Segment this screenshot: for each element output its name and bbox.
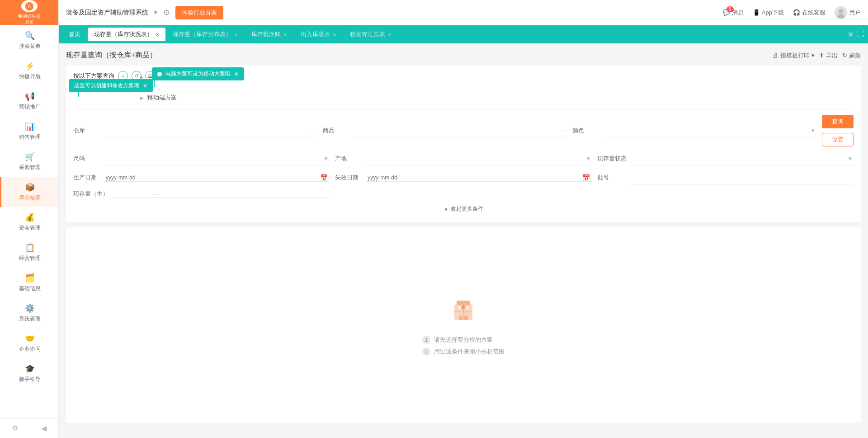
filter-separator (73, 109, 854, 109)
sidebar-item-marketing-label: 营销推广 (19, 103, 41, 111)
sidebar-item-inventory[interactable]: 📦 库存核算 (0, 177, 58, 207)
empty-hint-2-text: 用过滤条件来缩小分析范围 (434, 348, 505, 356)
goods-dots: ··· (560, 127, 565, 134)
logo-text: 畅通好生意 (18, 13, 41, 19)
search-button[interactable]: 查询 (822, 115, 854, 128)
origin-select[interactable]: ▾ (366, 152, 591, 165)
stock-qty-min-input[interactable] (114, 190, 150, 197)
tab-summary-close[interactable]: ✕ (388, 32, 392, 37)
sidebar-item-sales[interactable]: 📊 销售管理 (0, 116, 58, 146)
goods-select[interactable]: ··· (354, 124, 567, 137)
filter-row-3: 生产日期 📅 失效日期 📅 批号 (73, 171, 854, 184)
filter-row-4: 现存量（主） — (73, 190, 854, 198)
sidebar-item-guide[interactable]: 🎓 新手引导 (0, 358, 58, 389)
message-action[interactable]: 💬 9 消息 (723, 9, 744, 17)
filter-header: 按以下方案查询 + ↺ ← ▶ 电脑端方案 电脑方案可设为移动方案哦 (73, 71, 854, 81)
svg-point-3 (839, 9, 843, 14)
print-icon: 🖨 (773, 52, 778, 59)
tab-fullscreen-icon[interactable]: ⛶ (857, 30, 864, 39)
scheme-mobile-row: ▶ 移动端方案 这里可以创建和修改方案哦 ✕ (73, 92, 854, 104)
sidebar-item-sales-label: 销售管理 (19, 133, 41, 141)
tab-summary[interactable]: 收发存汇总表 ✕ (344, 28, 398, 41)
online-support-label: 在线客服 (802, 9, 826, 17)
online-support-action[interactable]: 🎧 在线客服 (793, 9, 826, 17)
sidebar-item-system[interactable]: ⚙️ 系统管理 (0, 298, 58, 328)
pc-tooltip-container: 电脑方案可设为移动方案哦 ✕ (152, 67, 244, 80)
page-actions: 🖨 按模板打印 ▾ ⬆ 导出 ↻ 刷新 (773, 52, 861, 60)
size-arrow: ▾ (325, 155, 328, 162)
prod-date-input-wrap: 📅 (104, 174, 330, 182)
sidebar-item-enterprise[interactable]: 🤝 企业协同 (0, 328, 58, 358)
settings-gear-icon[interactable]: ⚙ (163, 8, 170, 18)
size-select[interactable]: ▾ (104, 152, 330, 165)
size-label: 尺码 (73, 155, 100, 163)
hint-num-1: 1 (422, 336, 430, 344)
action-buttons: 查询 设置 (822, 115, 854, 146)
basic-icon: 🗂️ (25, 273, 35, 283)
tab-bar-actions: ✕ ⛶ (848, 30, 864, 39)
tab-inventory-dist[interactable]: 现存量（库存分布表） ✕ (166, 28, 244, 41)
sidebar-item-quicknav-label: 快捷导航 (19, 73, 41, 80)
create-tooltip-close[interactable]: ✕ (143, 83, 147, 89)
warehouse-select[interactable]: ··· (104, 124, 317, 137)
prod-date-calendar-icon[interactable]: 📅 (320, 174, 328, 181)
top-header: 装备及固定资产辅助管理系统 ▾ ⚙ 体验行业方案 💬 9 消息 📱 App下载 … (59, 0, 868, 25)
sidebar-item-guide-label: 新手引导 (19, 376, 41, 383)
refresh-button[interactable]: ↻ 刷新 (842, 52, 861, 60)
sidebar-item-purchase[interactable]: 🛒 采购管理 (0, 146, 58, 177)
tab-inventory-status-close[interactable]: ✕ (156, 32, 159, 37)
app-download-action[interactable]: 📱 App下载 (753, 9, 784, 17)
expire-date-input[interactable] (368, 174, 580, 181)
print-button[interactable]: 🖨 按模板打印 ▾ (773, 52, 815, 60)
tab-close-all-icon[interactable]: ✕ (848, 30, 854, 39)
filter-cell-prod-date: 生产日期 📅 (73, 174, 330, 182)
export-button[interactable]: ⬆ 导出 (819, 52, 838, 60)
tab-inventory-status[interactable]: 现存量（库存状况表） ✕ (88, 28, 165, 41)
filter-cell-goods: 商品 ··· (323, 124, 567, 137)
quicknav-icon: ⚡ (25, 61, 35, 71)
edition-label: 标版 (25, 19, 33, 25)
sidebar-item-search[interactable]: 🔍 搜索菜单 (0, 25, 58, 56)
tab-batch-account-close[interactable]: ✕ (283, 32, 287, 37)
sidebar-item-marketing[interactable]: 📢 营销推广 (0, 86, 58, 116)
tab-bar: 首页 现存量（库存状况表） ✕ 现存量（库存分布表） ✕ 库存批次账 ✕ 出入库… (59, 25, 868, 43)
reset-button[interactable]: 设置 (822, 133, 854, 146)
app-download-label: App下载 (762, 9, 784, 17)
sidebar-item-basic[interactable]: 🗂️ 基础信息 (0, 268, 58, 298)
batch-input[interactable] (628, 171, 854, 184)
empty-state: 1 请先选择要分析的方案 2 用过滤条件来缩小分析范围 (66, 254, 861, 396)
trial-button[interactable]: 体验行业方案 (175, 6, 223, 19)
tab-inout-flow[interactable]: 出入库流水 ✕ (294, 28, 343, 41)
logo-icon: 6 (21, 0, 38, 12)
user-action[interactable]: 用户 (835, 6, 861, 19)
settings-icon[interactable]: ⚙ (12, 424, 18, 433)
empty-hints-list: 1 请先选择要分析的方案 2 用过滤条件来缩小分析范围 (422, 336, 505, 359)
stock-qty-max-input[interactable] (160, 190, 196, 197)
print-label: 按模板打印 (780, 52, 810, 60)
sidebar-item-quicknav[interactable]: ⚡ 快捷导航 (0, 56, 58, 86)
stock-status-select[interactable]: ▾ (630, 152, 854, 165)
color-select[interactable]: ▾ (603, 124, 816, 137)
system-title: 装备及固定资产辅助管理系统 (66, 9, 148, 17)
collapse-sidebar-icon[interactable]: ◀ (41, 424, 47, 433)
sidebar-item-finance[interactable]: 💰 资金管理 (0, 207, 58, 237)
sidebar-item-operations[interactable]: 📋 经营管理 (0, 237, 58, 268)
tab-home[interactable]: 首页 (62, 28, 87, 41)
tab-batch-account[interactable]: 库存批次账 ✕ (245, 28, 293, 41)
sidebar-nav: 🔍 搜索菜单 ⚡ 快捷导航 📢 营销推广 📊 销售管理 🛒 采购管理 📦 库存核… (0, 25, 58, 418)
filter-cell-expire-date: 失效日期 📅 (335, 174, 591, 182)
collapse-filter-button[interactable]: ∧ 收起更多条件 (73, 202, 854, 217)
prod-date-start-input[interactable] (106, 174, 318, 181)
inventory-icon: 📦 (25, 182, 35, 192)
pc-tooltip-close[interactable]: ✕ (234, 71, 239, 77)
filter-row-1: 仓库 ··· 商品 ··· 颜色 (73, 115, 854, 146)
expire-date-calendar-icon[interactable]: 📅 (582, 174, 590, 181)
origin-arrow: ▾ (587, 155, 590, 162)
pc-tooltip: 电脑方案可设为移动方案哦 ✕ (152, 67, 244, 80)
svg-point-13 (466, 306, 468, 309)
sidebar-item-purchase-label: 采购管理 (19, 164, 41, 171)
tab-inventory-dist-close[interactable]: ✕ (234, 32, 238, 37)
dropdown-arrow-icon: ▾ (154, 8, 157, 17)
filter-row-2: 尺码 ▾ 产地 ▾ 现存量状态 (73, 152, 854, 165)
tab-inout-flow-close[interactable]: ✕ (333, 32, 336, 37)
